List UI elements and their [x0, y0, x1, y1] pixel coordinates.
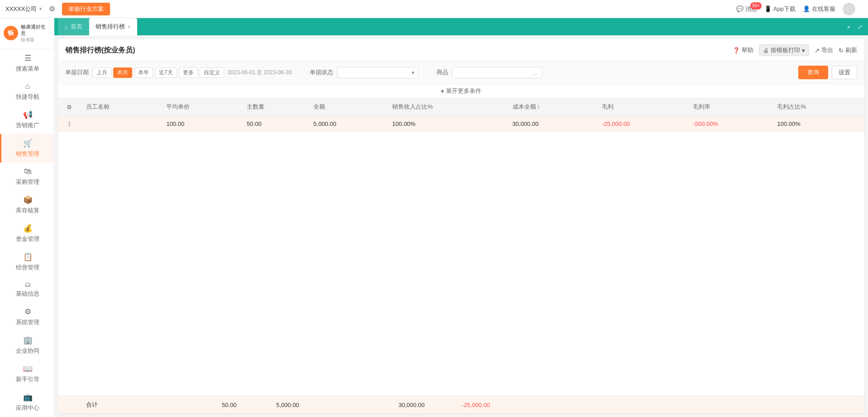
tab-home[interactable]: ⌂ 首页	[58, 18, 89, 35]
refresh-button[interactable]: ↻ 刷新	[839, 46, 857, 54]
sidebar-label-marketing: 营销推广	[16, 121, 39, 129]
help-icon: ❓	[733, 47, 740, 54]
table-row: 1 100.00 50.00 5,000.00 100.00% 30,000.0…	[58, 116, 864, 132]
sidebar-label-finance: 资金管理	[16, 235, 39, 243]
app-download-label: App下载	[773, 5, 796, 13]
tab-sales-ranking[interactable]: 销售排行榜 ×	[89, 18, 137, 35]
footer-cost-amount: 30,000.00	[398, 402, 462, 408]
footer-gross-profit: -25,000.00	[462, 402, 525, 408]
sidebar-label-enterprise: 企业协同	[16, 347, 39, 355]
page-title: 销售排行榜(按业务员)	[65, 46, 135, 55]
cell-cost-amount: 30,000.00	[507, 116, 597, 132]
col-sales-pct: 销售收入占比%	[387, 98, 507, 116]
date-btn-custom[interactable]: 自定义	[200, 67, 224, 78]
marketing-icon: 📢	[23, 110, 33, 120]
main-layout: 畅 畅康通好生意 标准版 ☰ 搜索菜单 ⌂ 快捷导航 📢 营销推广 🛒 销售管理…	[0, 18, 868, 417]
settings-icon[interactable]: ⚙	[46, 3, 58, 15]
page-actions: ❓ 帮助 🖨 按模板打印 ▾ ↗ 导出 ↻ 刷新	[733, 44, 857, 56]
sidebar-item-basic-info[interactable]: 🗂 基础信息	[0, 276, 54, 302]
footer-amount: 5,000.00	[276, 402, 340, 408]
sidebar-item-guide[interactable]: 📖 新手引导	[0, 359, 54, 388]
date-btn-7days[interactable]: 近7天	[155, 67, 177, 78]
status-filter-label: 单据状态	[310, 68, 333, 77]
expand-conditions-row: ▾ 展开更多条件	[58, 84, 864, 98]
online-service-button[interactable]: 👤 在线客服	[803, 5, 835, 13]
sidebar-label-sales: 销售管理	[16, 150, 39, 158]
cell-avg-price: 100.00	[161, 116, 241, 132]
cost-info-icon[interactable]: ℹ	[537, 104, 540, 110]
cell-gross-profit: -25,000.00	[596, 116, 687, 132]
goods-filter-label: 商品	[436, 68, 448, 77]
table-header-row: ⚙ 员工名称 平均单价 主数量 全额 销售收入占比% 成本全额 ℹ 毛利 毛利率…	[58, 98, 864, 116]
company-name: XXXXX公司	[5, 5, 37, 13]
home-icon: ⌂	[64, 24, 68, 30]
operations-icon: 📋	[23, 252, 33, 262]
expand-more-label: 展开更多条件	[446, 87, 481, 95]
date-btn-last-month[interactable]: 上月	[92, 67, 111, 78]
goods-input-wrap[interactable]: ...	[452, 67, 542, 78]
table-settings-icon[interactable]: ⚙	[67, 104, 72, 110]
cell-qty: 50.00	[241, 116, 308, 132]
date-range-display: 2023-06-01 至 2023-06-30	[228, 69, 292, 77]
sidebar-label-app-center: 应用中心	[16, 404, 39, 412]
app-center-icon: 📺	[23, 393, 33, 402]
purchase-icon: 🛍	[24, 167, 32, 176]
sidebar-item-sales[interactable]: 🛒 销售管理	[0, 134, 54, 163]
print-icon: 🖨	[763, 47, 769, 54]
sidebar-item-quick-nav[interactable]: ⌂ 快捷导航	[0, 77, 54, 105]
tab-bar: ⌂ 首页 销售排行榜 × × ⤢	[54, 18, 868, 35]
footer-total-label: 合计	[86, 401, 168, 409]
tab-restore-button[interactable]: ⤢	[856, 22, 864, 32]
refresh-label: 刷新	[845, 46, 857, 54]
sidebar-item-inventory[interactable]: 📦 库存核算	[0, 191, 54, 219]
trial-button[interactable]: 体验行业方案	[62, 3, 110, 15]
sidebar-item-search-order[interactable]: ☰ 搜索菜单	[0, 49, 54, 77]
expand-chevron-icon: ▾	[441, 88, 444, 95]
date-btn-this-month[interactable]: 本月	[113, 67, 132, 78]
sidebar-item-finance[interactable]: 💰 资金管理	[0, 219, 54, 248]
message-icon: 💬	[736, 5, 743, 12]
filter-row-1: 单据日期 上月 本月 本年 近7天 更多 自定义 2023-06-01 至 20…	[65, 66, 857, 79]
sidebar-label-purchase: 采购管理	[16, 178, 39, 186]
date-btn-this-year[interactable]: 本年	[134, 67, 153, 78]
logo-subtitle: 标准版	[21, 37, 50, 43]
sidebar-label-search-order: 搜索菜单	[16, 65, 39, 73]
col-settings: ⚙	[58, 98, 81, 116]
tab-close-all-button[interactable]: ×	[845, 22, 852, 32]
col-cost-amount: 成本全额 ℹ	[507, 98, 597, 116]
cell-gross-pct: 100.00%	[772, 116, 864, 132]
cell-rank: 1	[58, 116, 81, 132]
search-button[interactable]: 查询	[798, 66, 828, 79]
app-download-button[interactable]: 📱 App下载	[764, 5, 796, 13]
user-avatar[interactable]	[843, 3, 855, 15]
status-select[interactable]	[337, 67, 418, 78]
system-icon: ⚙	[24, 307, 31, 316]
print-template-button[interactable]: 🖨 按模板打印 ▾	[759, 44, 809, 56]
sidebar-item-enterprise[interactable]: 🏢 企业协同	[0, 331, 54, 359]
sidebar-item-app-center[interactable]: 📺 应用中心	[0, 388, 54, 417]
sidebar-item-operations[interactable]: 📋 经营管理	[0, 248, 54, 276]
company-selector[interactable]: XXXXX公司 ▾	[5, 5, 42, 13]
sidebar-item-system[interactable]: ⚙ 系统管理	[0, 302, 54, 331]
search-order-icon: ☰	[24, 53, 31, 63]
col-qty: 主数量	[241, 98, 308, 116]
col-name: 员工名称	[81, 98, 161, 116]
date-btn-more[interactable]: 更多	[179, 67, 198, 78]
sidebar-item-purchase[interactable]: 🛍 采购管理	[0, 163, 54, 191]
tab-close-icon[interactable]: ×	[128, 24, 130, 29]
help-button[interactable]: ❓ 帮助	[733, 46, 753, 54]
cell-name	[81, 116, 161, 132]
top-bar: XXXXX公司 ▾ ⚙ 体验行业方案 💬 消息 99+ 📱 App下载 👤 在线…	[0, 0, 868, 18]
filter-settings-button[interactable]: 设置	[832, 66, 857, 79]
ranking-table: ⚙ 员工名称 平均单价 主数量 全额 销售收入占比% 成本全额 ℹ 毛利 毛利率…	[58, 98, 864, 132]
inventory-icon: 📦	[23, 195, 33, 205]
export-label: 导出	[821, 46, 833, 54]
cell-sales-pct: 100.00%	[387, 116, 507, 132]
sidebar-item-marketing[interactable]: 📢 营销推广	[0, 105, 54, 134]
date-filter: 单据日期 上月 本月 本年 近7天 更多 自定义 2023-06-01 至 20…	[65, 67, 292, 78]
expand-more-button[interactable]: ▾ 展开更多条件	[441, 87, 481, 95]
export-button[interactable]: ↗ 导出	[815, 46, 833, 54]
status-filter: 单据状态	[310, 67, 418, 78]
message-button[interactable]: 💬 消息 99+	[736, 5, 757, 13]
sidebar-label-quick-nav: 快捷导航	[16, 93, 39, 101]
